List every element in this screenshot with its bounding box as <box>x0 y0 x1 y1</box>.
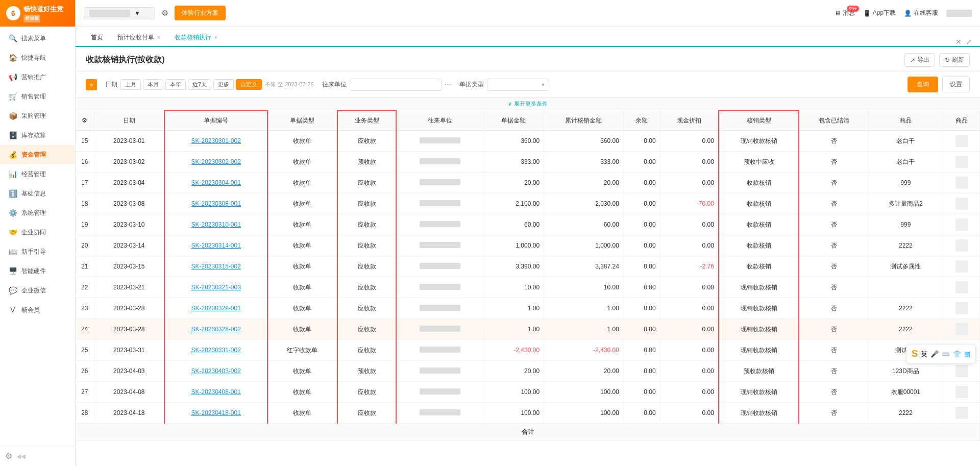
custom-date-btn[interactable]: 自定义 <box>236 79 262 90</box>
cell-counterpart <box>396 361 483 382</box>
sidebar-label-wechat: 企业微信 <box>21 286 46 295</box>
sidebar-item-sales[interactable]: 🛒销售管理 <box>0 87 75 106</box>
expand-more-button[interactable]: ∨ 展开更多条件 <box>508 100 548 108</box>
keyboard-icon[interactable]: ⌨️ <box>942 350 950 358</box>
query-button[interactable]: 查询 <box>908 77 938 92</box>
cell-counterpart <box>396 382 483 403</box>
cell-bill-no[interactable]: SK-20230321-003 <box>164 277 267 298</box>
bill-type-select-wrap <box>487 79 548 91</box>
sidebar-collapse-icon[interactable]: ◀◀ <box>16 453 26 460</box>
cell-product-thumb <box>943 382 980 403</box>
maximize-tab-button[interactable]: ⤢ <box>966 38 972 46</box>
cell-bill-no[interactable]: SK-20230304-001 <box>164 173 267 193</box>
sidebar-label-marketing: 营销推广 <box>21 73 46 82</box>
sidebar-item-shortcut[interactable]: 🏠快捷导航 <box>0 48 75 67</box>
cell-product-thumb <box>943 173 980 193</box>
cell-bill-no[interactable]: SK-20230308-001 <box>164 193 267 214</box>
writeoff-tab-close[interactable]: × <box>214 35 217 40</box>
filter-expand-button[interactable]: » <box>86 79 97 90</box>
sidebar-item-member[interactable]: V畅会员 <box>0 300 75 320</box>
cell-bill-no[interactable]: SK-20230310-001 <box>164 214 267 235</box>
sidebar-nav: 🔍搜索菜单🏠快捷导航📢营销推广🛒销售管理📦采购管理🗄️库存核算💰资金管理📊经营管… <box>0 27 75 446</box>
cell-bill-no[interactable]: SK-20230315-002 <box>164 256 267 277</box>
cell-bill-no[interactable]: SK-20230314-001 <box>164 235 267 256</box>
settings-button[interactable]: 设置 <box>942 77 970 92</box>
solution-button[interactable]: 体验行业方案 <box>175 6 226 20</box>
cell-bill-no[interactable]: SK-20230302-002 <box>164 152 267 173</box>
refresh-button[interactable]: ↻ 刷新 <box>939 53 970 67</box>
tab-bar: 首页 预计应收付单 × 收款核销执行 × ✕ ⤢ <box>76 27 980 47</box>
sidebar-item-enterprise[interactable]: 🤝企业协同 <box>0 223 75 242</box>
col-date: 日期 <box>94 111 164 131</box>
bill-type-select[interactable] <box>487 79 548 91</box>
counterpart-input[interactable] <box>350 79 442 91</box>
cell-bill-no[interactable]: SK-20230328-001 <box>164 298 267 319</box>
user-menu[interactable] <box>946 9 972 17</box>
col-settings[interactable]: ⚙ <box>76 111 94 131</box>
sidebar-item-search[interactable]: 🔍搜索菜单 <box>0 29 75 48</box>
cell-include-settled: 否 <box>799 256 868 277</box>
this-month-btn[interactable]: 本月 <box>143 79 163 90</box>
sidebar-item-marketing[interactable]: 📢营销推广 <box>0 67 75 87</box>
sidebar-item-wechat[interactable]: 💬企业微信 <box>0 281 75 300</box>
table-row: 27 2023-04-08 SK-20230408-001 收款单 应收款 10… <box>76 382 980 403</box>
cell-bill-no[interactable]: SK-20230301-002 <box>164 131 267 152</box>
shirt-icon[interactable]: 👕 <box>953 350 961 358</box>
cell-no: 18 <box>76 193 94 214</box>
export-label: 导出 <box>917 56 929 64</box>
chevron-down-icon: ∨ <box>508 101 512 107</box>
filter-bar: » 日期 上月 本月 本年 近7天 更多 自定义 不限 至 2023-07-26… <box>76 71 980 98</box>
more-date-btn[interactable]: 更多 <box>213 79 234 90</box>
sidebar-item-guide[interactable]: 📖新手引导 <box>0 242 75 261</box>
this-year-btn[interactable]: 本年 <box>165 79 186 90</box>
sidebar-item-operation[interactable]: 📊经营管理 <box>0 164 75 184</box>
sidebar-item-system[interactable]: ⚙️系统管理 <box>0 203 75 223</box>
cell-writeoff-type: 现销收款核销 <box>719 277 799 298</box>
tab-home[interactable]: 首页 <box>84 29 110 47</box>
cell-writeoff-type: 预收中应收 <box>719 152 799 173</box>
cell-biz-type: 应收款 <box>337 340 397 361</box>
operation-icon: 📊 <box>8 169 17 179</box>
cell-counterpart <box>396 340 483 361</box>
message-button[interactable]: 🖥 消息 99+ <box>835 9 855 17</box>
cell-writeoff-type: 现销收款核销 <box>719 340 799 361</box>
sidebar-item-inventory[interactable]: 🗄️库存核算 <box>0 126 75 145</box>
col-counterpart: 往来单位 <box>396 111 483 131</box>
counterpart-more-icon[interactable]: ··· <box>445 80 451 89</box>
online-service-button[interactable]: 👤 在线客服 <box>904 9 938 17</box>
topbar-gear-icon[interactable]: ⚙ <box>161 8 168 18</box>
cell-biz-type: 应收款 <box>337 214 397 235</box>
sidebar-item-hardware[interactable]: 🖥️智能硬件 <box>0 261 75 281</box>
tab-writeoff[interactable]: 收款核销执行 × <box>167 29 225 47</box>
sidebar-item-purchase[interactable]: 📦采购管理 <box>0 106 75 126</box>
sidebar-gear-icon[interactable]: ⚙ <box>5 451 12 461</box>
sidebar-label-inventory: 库存核算 <box>21 131 46 140</box>
prepay-tab-close[interactable]: × <box>157 35 160 40</box>
cell-balance: 0.00 <box>623 298 660 319</box>
cell-bill-no[interactable]: SK-20230408-001 <box>164 382 267 403</box>
sidebar-item-basic[interactable]: ℹ️基础信息 <box>0 184 75 203</box>
grid-icon[interactable]: ▦ <box>964 350 970 358</box>
export-button[interactable]: ↗ 导出 <box>904 53 935 67</box>
counterpart-filter-group: 往来单位 ··· <box>322 79 451 91</box>
app-download-button[interactable]: 📱 App下载 <box>863 9 896 17</box>
cell-bill-no[interactable]: SK-20230328-002 <box>164 319 267 340</box>
member-icon: V <box>8 305 17 314</box>
tab-prepay[interactable]: 预计应收付单 × <box>110 29 167 47</box>
close-tab-button[interactable]: ✕ <box>955 38 962 46</box>
brand-text: 英 <box>921 350 927 359</box>
cell-date: 2023-03-14 <box>94 235 164 256</box>
last-month-btn[interactable]: 上月 <box>120 79 141 90</box>
page-content: 收款核销执行(按收款) ↗ 导出 ↻ 刷新 » 日期 上月 本月 本 <box>76 47 980 466</box>
cell-bill-no[interactable]: SK-20230403-002 <box>164 361 267 382</box>
last-7days-btn[interactable]: 近7天 <box>188 79 211 90</box>
mic-icon[interactable]: 🎤 <box>930 350 939 358</box>
sidebar-item-finance[interactable]: 💰资金管理 <box>0 145 75 164</box>
col-total-writeoff: 累计核销金额 <box>544 111 624 131</box>
cell-bill-no[interactable]: SK-20230331-002 <box>164 340 267 361</box>
cell-bill-type: 收款单 <box>267 298 337 319</box>
main-area: ▼ ⚙ 体验行业方案 🖥 消息 99+ 📱 App下载 👤 在线客服 <box>76 0 980 466</box>
company-select[interactable]: ▼ <box>84 7 155 19</box>
cell-biz-type: 应收款 <box>337 319 397 340</box>
cell-bill-no[interactable]: SK-20230418-001 <box>164 403 267 424</box>
